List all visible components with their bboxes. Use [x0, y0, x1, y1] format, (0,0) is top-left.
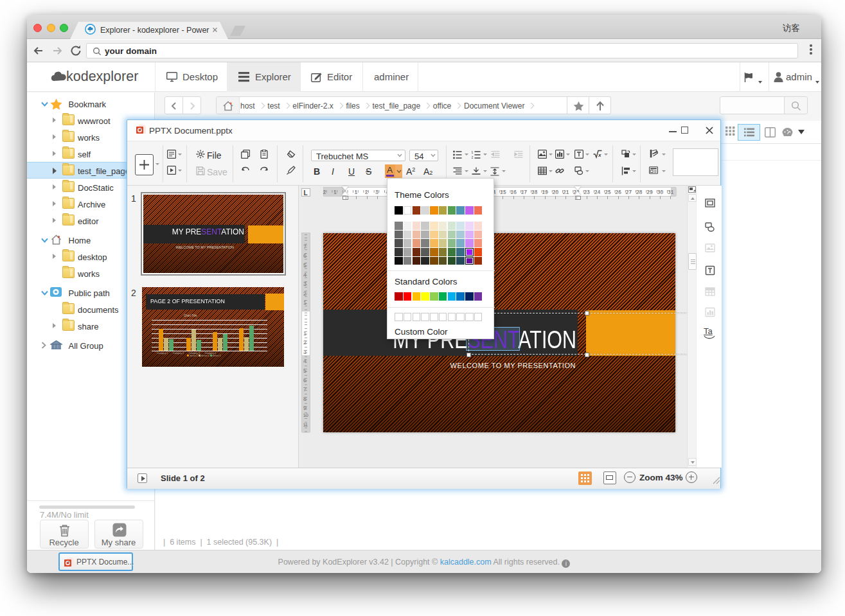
svg-text:2: 2 — [472, 155, 474, 159]
svg-text:x: x — [598, 152, 601, 158]
svg-text:1: 1 — [472, 150, 474, 154]
